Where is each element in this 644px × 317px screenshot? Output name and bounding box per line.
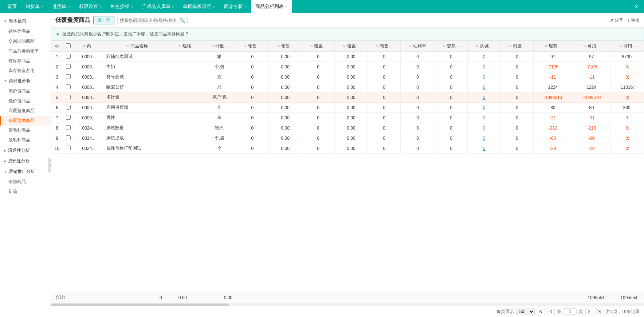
cell-trade: 0 <box>435 113 467 123</box>
sidebar-item-high-coverage[interactable]: 高覆盖度商品 <box>0 106 51 116</box>
row-checkbox[interactable] <box>66 115 71 120</box>
export-button[interactable]: ↓ 导出 <box>628 17 640 23</box>
cell-browse1[interactable]: 0 <box>468 103 500 113</box>
cell-browse1[interactable]: 0 <box>468 62 500 72</box>
th-settings[interactable]: ⚙ <box>51 41 63 52</box>
time-filter-button[interactable]: 近一月 <box>93 16 114 24</box>
sidebar-item-category-rate[interactable]: 商品分类动销率 <box>0 46 51 56</box>
th-browse1[interactable]: ⇅ 浏览... <box>468 41 500 52</box>
horizontal-scrollbar[interactable] <box>51 303 644 306</box>
sidebar-item-low-value[interactable]: 低价值商品 <box>0 96 51 106</box>
cell-checkbox[interactable] <box>63 62 74 72</box>
nav-goods-list-close[interactable]: × <box>285 4 287 9</box>
nav-sales-order[interactable]: 销货单 × <box>21 0 48 13</box>
th-sales3[interactable]: ⇅ 销售... <box>368 41 400 52</box>
th-sales1[interactable]: ⇅ 销售... <box>236 41 269 52</box>
sidebar-collapse-button[interactable]: « <box>48 158 51 173</box>
th-code[interactable]: ⇅ 商... <box>74 41 104 52</box>
cell-browse1[interactable]: 0 <box>468 52 500 62</box>
th-spec[interactable]: ⇅ 规格... <box>170 41 203 52</box>
sidebar-item-new-goods[interactable]: 新品 <box>0 187 51 197</box>
nav-role-close[interactable]: × <box>131 4 133 9</box>
row-checkbox[interactable] <box>66 74 71 79</box>
cell-browse1[interactable]: 0 <box>468 82 500 92</box>
cell-checkbox[interactable] <box>63 103 74 113</box>
share-button[interactable]: ↗ 分享 <box>609 17 623 23</box>
last-page-button[interactable]: >| <box>595 308 604 315</box>
sidebar-section-marketing[interactable]: ▼ 营销推广分析 <box>0 166 51 177</box>
sidebar-item-traded-goods[interactable]: 交易过的商品 <box>0 36 51 46</box>
nav-sales-close[interactable]: × <box>41 4 43 9</box>
sidebar-section-cluster[interactable]: ▼ 类群度分析 <box>0 76 51 86</box>
nav-goods-analysis-close[interactable]: × <box>244 4 247 9</box>
cell-browse1[interactable]: 0 <box>468 72 500 82</box>
cell-sales1: 0 <box>236 143 269 154</box>
row-checkbox[interactable] <box>66 64 71 69</box>
cell-checkbox[interactable] <box>63 72 74 82</box>
sidebar-item-stock-capital[interactable]: 库存资金占用 <box>0 66 51 76</box>
cell-checkbox[interactable] <box>63 123 74 133</box>
th-trade[interactable]: ⇅ 交易... <box>435 41 467 52</box>
sidebar-section-overall[interactable]: ▼ 整体信息 <box>0 16 51 27</box>
nav-template-settings[interactable]: 单据模板设置 × <box>178 0 219 13</box>
next-page-button[interactable]: > <box>585 308 593 315</box>
cell-checkbox[interactable] <box>63 92 74 103</box>
th-stock3[interactable]: ⇅ 可销... <box>611 41 644 52</box>
sidebar-item-all-goods[interactable]: 全部商品 <box>0 177 51 187</box>
search-input[interactable] <box>120 18 178 23</box>
sidebar-item-low-margin[interactable]: 低毛利商品 <box>0 135 51 145</box>
row-checkbox[interactable] <box>66 125 71 130</box>
th-cover2[interactable]: ⇅ 覆盖... <box>335 41 368 52</box>
window-close-button[interactable]: × <box>632 3 641 10</box>
nav-goods-analysis-list[interactable]: 商品分析列表 × <box>251 0 292 13</box>
nav-template-close[interactable]: × <box>213 4 215 9</box>
nav-purchase-order[interactable]: 进货单 × <box>48 0 74 13</box>
th-stock2[interactable]: ⇅ 可用... <box>572 41 611 52</box>
nav-product-close[interactable]: × <box>172 4 174 9</box>
th-unit[interactable]: ⇅ 计量... <box>203 41 236 52</box>
nav-home[interactable]: 首页 <box>3 0 21 13</box>
search-icon[interactable]: 🔍 <box>180 18 185 23</box>
th-cover1[interactable]: ⇅ 覆盖... <box>302 41 334 52</box>
sidebar-item-sales-goods[interactable]: 销售类商品 <box>0 27 51 36</box>
cell-checkbox[interactable] <box>63 113 74 123</box>
row-checkbox[interactable] <box>66 84 71 89</box>
select-all-checkbox[interactable] <box>66 43 71 48</box>
prev-page-button[interactable]: < <box>547 308 555 315</box>
cell-browse1[interactable]: 0 <box>468 133 500 143</box>
th-sales2[interactable]: ⇅ 销售... <box>269 41 302 52</box>
sidebar-item-high-margin[interactable]: 高毛利商品 <box>0 126 51 135</box>
cell-browse1[interactable]: 0 <box>468 92 500 103</box>
sidebar-item-in-stock[interactable]: 有库存商品 <box>0 56 51 66</box>
sidebar-section-growth[interactable]: ▶ 成长性分析 <box>0 156 51 166</box>
nav-purchase-close[interactable]: × <box>68 4 70 9</box>
sidebar-item-high-value[interactable]: 高价值商品 <box>0 86 51 96</box>
th-gross[interactable]: ⇅ 毛利率 <box>401 41 435 52</box>
cell-checkbox[interactable] <box>63 82 74 92</box>
row-checkbox[interactable] <box>66 135 71 140</box>
nav-role-auth[interactable]: 角色授权 × <box>106 0 137 13</box>
th-stock1[interactable]: ⇅ 现有... <box>534 41 572 52</box>
page-number-input[interactable] <box>564 308 577 315</box>
cell-browse1[interactable]: 0 <box>468 113 500 123</box>
th-browse2[interactable]: ⇅ 浏览... <box>500 41 533 52</box>
row-checkbox[interactable] <box>66 95 71 99</box>
cell-checkbox[interactable] <box>63 133 74 143</box>
row-checkbox[interactable] <box>66 146 71 150</box>
th-checkbox[interactable] <box>63 41 74 52</box>
cell-browse1[interactable]: 0 <box>468 143 500 154</box>
sidebar-item-low-coverage[interactable]: 低覆盖度商品 <box>0 116 51 126</box>
cell-checkbox[interactable] <box>63 143 74 154</box>
cell-checkbox[interactable] <box>63 52 74 62</box>
first-page-button[interactable]: K <box>537 308 545 315</box>
th-name[interactable]: ⇅ 商品名称 <box>104 41 170 52</box>
sidebar-section-circulation[interactable]: ▶ 流通性分析 <box>0 145 51 156</box>
nav-goods-analysis[interactable]: 商品分析 × <box>220 0 251 13</box>
page-size-select[interactable]: 50 20 100 <box>516 308 535 315</box>
nav-permission-close[interactable]: × <box>99 4 102 9</box>
nav-permission[interactable]: 权限设置 × <box>75 0 106 13</box>
row-checkbox[interactable] <box>66 54 71 59</box>
cell-browse1[interactable]: 0 <box>468 123 500 133</box>
nav-product-inbound[interactable]: 产成品入库单 × <box>138 0 178 13</box>
row-checkbox[interactable] <box>66 105 71 110</box>
